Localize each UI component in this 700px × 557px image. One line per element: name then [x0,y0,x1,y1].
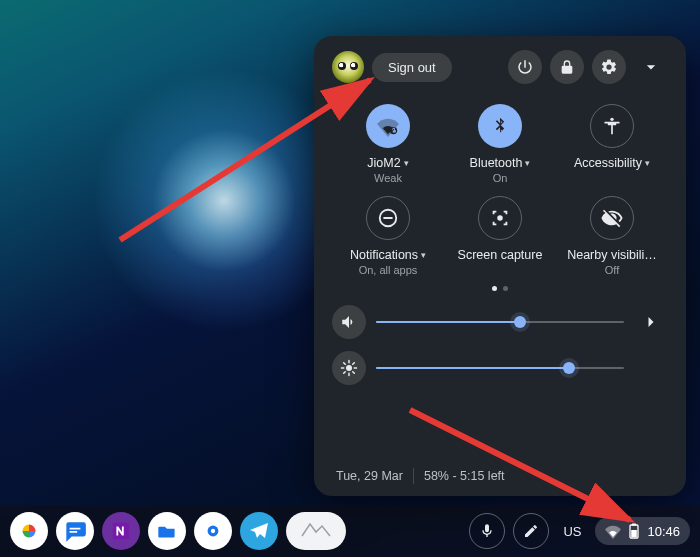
footer-battery: 58% - 5:15 left [424,469,505,483]
svg-point-1 [610,118,613,121]
shelf: US 10:46 [0,505,700,557]
volume-slider-row [332,305,668,339]
pager-dot-1[interactable] [492,286,497,291]
bluetooth-icon[interactable] [478,104,522,148]
brightness-icon[interactable] [332,351,366,385]
svg-point-3 [346,365,352,371]
sign-out-button[interactable]: Sign out [372,53,452,82]
shelf-apps [10,512,346,550]
tiles-pager[interactable] [332,286,668,291]
accessibility-tile[interactable]: Accessibility▾ [556,104,668,190]
ime-indicator[interactable]: US [557,513,587,549]
screen-capture-icon[interactable] [478,196,522,240]
network-tile-label: JioM2▾ [367,156,408,170]
do-not-disturb-icon[interactable] [366,196,410,240]
footer-date: Tue, 29 Mar [336,469,403,483]
visibility-off-icon[interactable] [590,196,634,240]
collapse-chevron-icon[interactable] [634,50,668,84]
volume-icon[interactable] [332,305,366,339]
network-tile-sub: Weak [374,172,402,184]
quick-settings-tiles: JioM2▾ Weak Bluetooth▾ On Accessibility▾… [332,104,668,282]
clock: 10:46 [647,524,680,539]
settings-gear-icon[interactable] [592,50,626,84]
battery-status-icon [629,523,639,539]
bluetooth-tile-sub: On [493,172,508,184]
brightness-slider[interactable] [376,358,624,378]
status-tray[interactable]: 10:46 [595,517,690,545]
screen-capture-tile[interactable]: Screen capture [444,196,556,282]
quick-settings-header: Sign out [332,50,668,84]
accessibility-tile-label: Accessibility▾ [574,156,650,170]
settings-app-icon[interactable] [194,512,232,550]
bluetooth-tile[interactable]: Bluetooth▾ On [444,104,556,190]
voice-input-icon[interactable] [469,513,505,549]
svg-rect-12 [632,530,638,537]
nearby-visibility-tile-sub: Off [605,264,619,276]
audio-settings-chevron-icon[interactable] [634,305,668,339]
brightness-slider-row [332,351,668,385]
lock-icon[interactable] [550,50,584,84]
bluetooth-tile-label: Bluetooth▾ [470,156,531,170]
svg-point-8 [211,529,215,533]
quick-settings-footer: Tue, 29 Mar 58% - 5:15 left [332,462,668,486]
svg-point-2 [497,215,503,221]
messages-app-icon[interactable] [56,512,94,550]
screen-capture-tile-label: Screen capture [458,248,543,262]
nearby-visibility-tile-label: Nearby visibili… [567,248,657,262]
notifications-tile[interactable]: Notifications▾ On, all apps [332,196,444,282]
wifi-status-icon [605,523,621,539]
shelf-status-area: US 10:46 [469,513,690,549]
user-avatar[interactable] [332,51,364,83]
notifications-tile-label: Notifications▾ [350,248,426,262]
quick-settings-panel: Sign out JioM2▾ Weak Bluetooth▾ On [314,36,686,496]
pager-dot-2[interactable] [503,286,508,291]
network-tile[interactable]: JioM2▾ Weak [332,104,444,190]
power-icon[interactable] [508,50,542,84]
volume-slider[interactable] [376,312,624,332]
telegram-app-icon[interactable] [240,512,278,550]
pen-input-icon[interactable] [513,513,549,549]
notifications-tile-sub: On, all apps [359,264,418,276]
nearby-visibility-tile[interactable]: Nearby visibili… Off [556,196,668,282]
google-photos-app-icon[interactable] [10,512,48,550]
files-app-icon[interactable] [148,512,186,550]
svg-rect-11 [632,524,636,526]
wifi-icon[interactable] [366,104,410,148]
accessibility-icon[interactable] [590,104,634,148]
onenote-app-icon[interactable] [102,512,140,550]
maps-app-icon[interactable] [286,512,346,550]
